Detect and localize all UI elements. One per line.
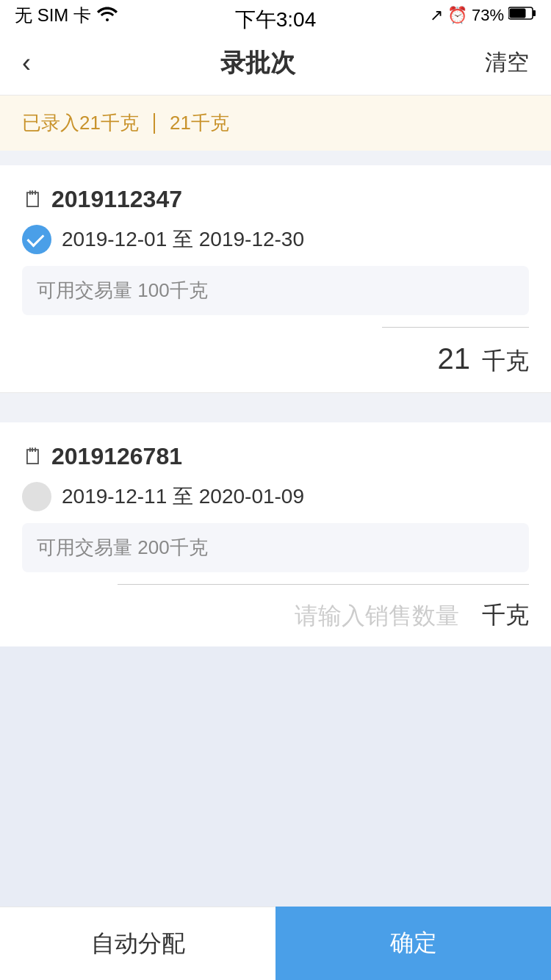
battery-icon xyxy=(508,6,536,25)
batch1-header: 🗒 2019112347 xyxy=(0,165,551,225)
recorded-value: 21千克 xyxy=(170,110,229,136)
page-title: 录批次 xyxy=(220,46,295,80)
auto-distribute-button[interactable]: 自动分配 xyxy=(0,907,276,980)
sim-label: 无 SIM 卡 xyxy=(15,4,91,27)
sales-quantity-input[interactable] xyxy=(22,602,470,630)
batch2-input-row[interactable]: 千克 xyxy=(0,585,551,646)
batch2-id: 2019126781 xyxy=(51,443,182,470)
batch1-date: 2019-12-01 至 2019-12-30 xyxy=(62,226,304,253)
wifi-icon xyxy=(97,5,118,26)
batch1-radio[interactable] xyxy=(22,225,51,254)
batch2-radio[interactable] xyxy=(22,482,51,511)
svg-rect-1 xyxy=(533,10,536,16)
battery-label: 73% xyxy=(472,6,504,25)
info-banner: 已录入21千克 21千克 xyxy=(0,96,551,151)
batch1-unit: 千克 xyxy=(482,345,529,378)
nav-bar: ‹ 录批次 清空 xyxy=(0,31,551,96)
clock-icon: ⏰ xyxy=(447,6,467,25)
back-button[interactable]: ‹ xyxy=(22,48,31,79)
confirm-button[interactable]: 确定 xyxy=(276,907,551,980)
batch1-date-row[interactable]: 2019-12-01 至 2019-12-30 xyxy=(0,225,551,266)
banner-divider xyxy=(154,113,155,134)
status-bar: 无 SIM 卡 下午3:04 ↗ ⏰ 73% xyxy=(0,0,551,31)
status-right: ↗ ⏰ 73% xyxy=(430,6,536,25)
batch2-date-row[interactable]: 2019-12-11 至 2020-01-09 xyxy=(0,482,551,523)
svg-rect-2 xyxy=(510,9,526,18)
batch-card-1: 🗒 2019112347 2019-12-01 至 2019-12-30 可用交… xyxy=(0,165,551,393)
empty-area xyxy=(0,646,551,926)
batch-card-2: 🗒 2019126781 2019-12-11 至 2020-01-09 可用交… xyxy=(0,422,551,646)
bottom-bar: 自动分配 确定 xyxy=(0,907,551,980)
batch1-available: 可用交易量 100千克 xyxy=(22,266,529,315)
batch2-header: 🗒 2019126781 xyxy=(0,422,551,482)
batch2-icon: 🗒 xyxy=(22,444,44,469)
clear-button[interactable]: 清空 xyxy=(485,48,529,78)
batch2-unit: 千克 xyxy=(482,599,529,632)
recorded-label: 已录入21千克 xyxy=(22,110,139,136)
status-left: 无 SIM 卡 xyxy=(15,4,118,27)
batch1-icon: 🗒 xyxy=(22,187,44,212)
batch1-amount[interactable]: 21 xyxy=(438,342,471,375)
batch2-date: 2019-12-11 至 2020-01-09 xyxy=(62,483,304,511)
batch1-id: 2019112347 xyxy=(51,186,182,213)
location-icon: ↗ xyxy=(430,6,443,25)
section-separator xyxy=(0,393,551,408)
batch2-available: 可用交易量 200千克 xyxy=(22,523,529,572)
status-time: 下午3:04 xyxy=(235,6,317,34)
batch1-amount-row: 21 千克 xyxy=(0,328,551,393)
